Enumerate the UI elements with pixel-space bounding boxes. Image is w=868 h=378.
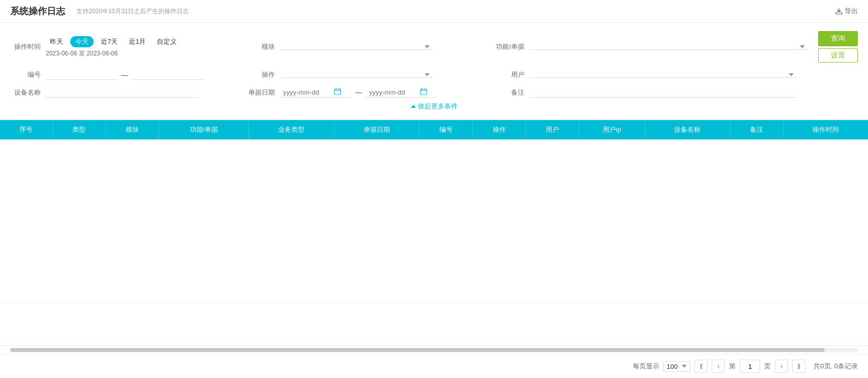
total-info: 共0页, 0条记录	[814, 362, 858, 371]
scrollbar-thumb	[10, 348, 825, 352]
page-label: 第	[729, 362, 736, 371]
remark-input[interactable]	[529, 88, 797, 98]
page-number-input[interactable]	[740, 360, 760, 373]
table-col-类型: 类型	[52, 120, 105, 139]
time-filter-group: 操作时间 昨天 今天 近7天 近1月 自定义 2023-06-06 至 2023…	[10, 36, 244, 58]
table-col-编号: 编号	[419, 120, 472, 139]
table-header-row: 序号类型模块功能/单据业务类型单据日期编号操作用户用户ip设备名称备注操作时间	[0, 120, 868, 139]
table-col-单据日期: 单据日期	[334, 120, 419, 139]
table-body	[0, 139, 868, 302]
module-select[interactable]	[280, 44, 433, 50]
remark-filter: 备注	[489, 88, 858, 98]
query-button[interactable]: 查询	[818, 31, 858, 46]
code-label: 编号	[10, 70, 41, 79]
per-page-value: 100	[667, 363, 678, 370]
pagination-bar: 每页显示 100 ⟪ ‹ 第 页 › ⟫ 共0页, 0条记录	[0, 354, 868, 378]
time-btn-yesterday[interactable]: 昨天	[46, 36, 67, 47]
collapse-label: 收起更多条件	[418, 102, 458, 111]
operation-select[interactable]	[280, 72, 433, 78]
page-unit: 页	[764, 362, 771, 371]
settings-button[interactable]: 设置	[818, 48, 858, 63]
calendar-to-icon[interactable]	[420, 88, 428, 96]
time-btn-today[interactable]: 今天	[70, 36, 94, 47]
table-col-业务类型: 业务类型	[249, 120, 334, 139]
last-page-button[interactable]: ⟫	[792, 360, 805, 373]
first-page-button[interactable]: ⟪	[694, 360, 708, 373]
time-btn-custom[interactable]: 自定义	[153, 36, 181, 47]
date-from-input[interactable]	[283, 89, 334, 96]
table-head: 序号类型模块功能/单据业务类型单据日期编号操作用户用户ip设备名称备注操作时间	[0, 120, 868, 139]
svg-rect-2	[421, 89, 427, 95]
page-title: 系统操作日志	[10, 5, 65, 17]
table-col-操作: 操作	[472, 120, 525, 139]
table-col-操作时间: 操作时间	[783, 120, 868, 139]
code-input-to[interactable]	[132, 70, 203, 80]
date-dash: —	[355, 89, 362, 96]
device-label: 设备名称	[10, 88, 41, 97]
module-chevron-icon	[425, 45, 430, 48]
code-filter: 编号 —	[10, 70, 244, 80]
remark-label: 备注	[489, 88, 524, 97]
user-filter: 用户	[489, 70, 858, 79]
date-to-input[interactable]	[369, 89, 420, 96]
time-label: 操作时间	[10, 42, 41, 51]
export-button[interactable]: 导出	[835, 7, 858, 16]
device-filter: 设备名称	[10, 88, 244, 98]
per-page-select[interactable]: 100	[663, 361, 691, 372]
scrollbar-area	[0, 345, 868, 354]
code-input-from[interactable]	[46, 70, 117, 80]
header-bar: 系统操作日志 支持2020年10月31日之后产生的操作日志 导出	[0, 0, 868, 23]
collapse-row: 收起更多条件	[10, 102, 858, 111]
user-chevron-icon	[789, 73, 794, 76]
table-col-用户: 用户	[526, 120, 579, 139]
svg-rect-0	[836, 12, 842, 14]
function-select[interactable]	[529, 44, 808, 50]
table-area: 序号类型模块功能/单据业务类型单据日期编号操作用户用户ip设备名称备注操作时间	[0, 120, 868, 345]
data-table: 序号类型模块功能/单据业务类型单据日期编号操作用户用户ip设备名称备注操作时间	[0, 120, 868, 303]
function-label: 功能/单据	[489, 42, 524, 51]
per-page-chevron-icon	[682, 365, 687, 368]
table-col-设备名称: 设备名称	[645, 120, 730, 139]
table-col-序号: 序号	[0, 120, 52, 139]
operation-chevron-icon	[425, 73, 430, 76]
module-filter: 模块	[244, 42, 489, 51]
next-page-button[interactable]: ›	[775, 360, 788, 373]
empty-row	[0, 139, 868, 302]
voucher-date-label: 单据日期	[244, 88, 275, 97]
time-range: 2023-06-06 至 2023-06-06	[46, 49, 181, 58]
collapse-button[interactable]: 收起更多条件	[411, 102, 458, 111]
function-filter: 功能/单据 查询 设置	[489, 31, 858, 63]
time-btn-1month[interactable]: 近1月	[125, 36, 150, 47]
user-label: 用户	[489, 70, 524, 79]
calendar-from-icon[interactable]	[334, 88, 342, 96]
filter-area: 操作时间 昨天 今天 近7天 近1月 自定义 2023-06-06 至 2023…	[0, 23, 868, 119]
action-buttons: 查询 设置	[818, 31, 858, 63]
table-col-备注: 备注	[730, 120, 783, 139]
svg-rect-1	[334, 89, 341, 95]
table-col-用户ip: 用户ip	[579, 120, 645, 139]
module-label: 模块	[244, 42, 275, 51]
operation-label: 操作	[244, 70, 275, 79]
code-dash: —	[121, 71, 128, 79]
operation-filter: 操作	[244, 70, 489, 79]
per-page-label: 每页显示	[633, 362, 659, 371]
function-chevron-icon	[800, 45, 805, 48]
device-input[interactable]	[46, 88, 199, 98]
date-from-field	[280, 87, 351, 98]
voucher-date-filter: 单据日期 —	[244, 87, 489, 98]
horizontal-scrollbar[interactable]	[10, 348, 858, 352]
chevron-up-icon	[411, 105, 416, 108]
table-col-功能/单据: 功能/单据	[159, 120, 248, 139]
date-to-field	[366, 87, 437, 98]
page-subtitle: 支持2020年10月31日之后产生的操作日志	[76, 7, 189, 16]
user-select[interactable]	[529, 72, 797, 78]
time-btn-7days[interactable]: 近7天	[97, 36, 122, 47]
prev-page-button[interactable]: ‹	[712, 360, 725, 373]
export-icon	[835, 8, 843, 15]
table-col-模块: 模块	[106, 120, 159, 139]
